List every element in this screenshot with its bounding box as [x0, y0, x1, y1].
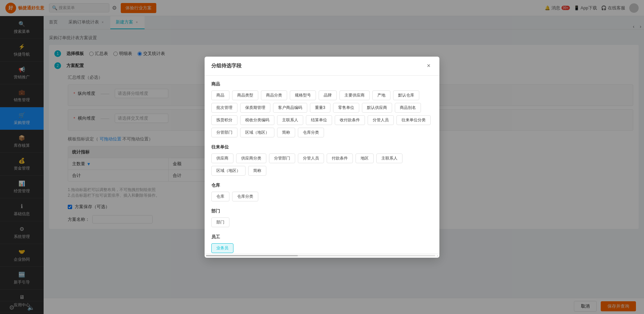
field-tag[interactable]: 税收分类编码: [240, 115, 274, 125]
field-tag[interactable]: 往来单位分类: [396, 115, 431, 125]
field-tag[interactable]: 产地: [372, 90, 390, 100]
modal-scrollbar-area: ›: [205, 254, 439, 258]
field-tag[interactable]: 保质期管理: [240, 103, 270, 113]
field-tag[interactable]: 主要供应商: [339, 90, 370, 100]
field-tag[interactable]: 付款条件: [327, 153, 353, 163]
field-tags-product: 商品 商品类型 商品分类 规格型号 品牌 主要供应商 产地 默认仓库 批次管理 …: [211, 90, 433, 137]
field-tags-partner: 供应商 供应商分类 分管部门 分管人员 付款条件 地区 主联系人 区域（地区） …: [211, 153, 433, 176]
modal-scroll-right-arrow[interactable]: ›: [437, 253, 438, 258]
modal-overlay: 分组待选字段 × 商品 商品 商品类型 商品分类 规格型号 品牌 主要供应商 产…: [0, 0, 644, 314]
field-section-warehouse: 仓库 仓库 仓库分类: [211, 182, 433, 201]
field-tags-dept: 部门: [211, 217, 433, 227]
field-tag[interactable]: 分管部门: [269, 153, 295, 163]
field-tag[interactable]: 仓库分类: [232, 192, 258, 201]
field-tag[interactable]: 品牌: [319, 90, 337, 100]
field-tag[interactable]: 零售单位: [333, 103, 359, 113]
field-section-partner: 往来单位 供应商 供应商分类 分管部门 分管人员 付款条件 地区 主联系人 区域…: [211, 144, 433, 176]
field-tag[interactable]: 供应商: [211, 153, 233, 163]
field-tag[interactable]: 区域（地区）: [211, 166, 246, 176]
field-tag[interactable]: 简称: [277, 128, 295, 137]
field-tag[interactable]: 规格型号: [290, 90, 316, 100]
field-tag[interactable]: 商品别名: [395, 103, 421, 113]
field-tag[interactable]: 默认仓库: [393, 90, 419, 100]
field-section-dept: 部门 部门: [211, 208, 433, 227]
field-tag[interactable]: 收付款条件: [335, 115, 365, 125]
field-tag[interactable]: 默认供应商: [362, 103, 392, 113]
field-tag[interactable]: 结算单位: [306, 115, 332, 125]
modal-title: 分组待选字段: [211, 63, 241, 69]
field-section-product: 商品 商品 商品类型 商品分类 规格型号 品牌 主要供应商 产地 默认仓库 批次…: [211, 81, 433, 137]
field-section-employee: 员工 业务员: [211, 234, 433, 253]
field-tag[interactable]: 区域（地区）: [240, 128, 274, 137]
field-tag[interactable]: 商品: [211, 90, 229, 100]
modal-body: 商品 商品 商品类型 商品分类 规格型号 品牌 主要供应商 产地 默认仓库 批次…: [205, 76, 439, 254]
field-tag[interactable]: 仓库: [211, 192, 229, 201]
modal-header: 分组待选字段 ×: [205, 57, 439, 76]
field-tag[interactable]: 简称: [248, 166, 266, 176]
field-tag[interactable]: 仓库分类: [298, 128, 324, 137]
field-tag[interactable]: 部门: [211, 217, 229, 227]
field-tag[interactable]: 地区: [356, 153, 374, 163]
field-tag-employee[interactable]: 业务员: [211, 243, 233, 253]
modal-scrollbar-thumb: [206, 255, 298, 256]
field-tag[interactable]: 批次管理: [211, 103, 237, 113]
field-tags-employee: 业务员: [211, 243, 433, 253]
field-tag[interactable]: 拣货积分: [211, 115, 237, 125]
field-tag[interactable]: 分管部门: [211, 128, 237, 137]
field-tag[interactable]: 主联系人: [277, 115, 303, 125]
field-tag[interactable]: 主联系人: [376, 153, 402, 163]
field-tag[interactable]: 分管人员: [298, 153, 324, 163]
modal: 分组待选字段 × 商品 商品 商品类型 商品分类 规格型号 品牌 主要供应商 产…: [205, 57, 439, 258]
field-tag[interactable]: 商品类型: [232, 90, 258, 100]
field-tag[interactable]: 商品分类: [261, 90, 287, 100]
modal-scrollbar-track[interactable]: [206, 255, 435, 256]
field-tag[interactable]: 客户商品编码: [273, 103, 307, 113]
field-tag[interactable]: 供应商分类: [236, 153, 266, 163]
field-tags-warehouse: 仓库 仓库分类: [211, 192, 433, 201]
field-section-employee-title: 员工: [211, 234, 433, 240]
field-section-partner-title: 往来单位: [211, 144, 433, 150]
field-section-dept-title: 部门: [211, 208, 433, 214]
field-tag[interactable]: 重量3: [310, 103, 330, 113]
field-section-warehouse-title: 仓库: [211, 182, 433, 188]
field-tag[interactable]: 分管人员: [368, 115, 394, 125]
modal-close-button[interactable]: ×: [425, 62, 433, 70]
field-section-product-title: 商品: [211, 81, 433, 87]
